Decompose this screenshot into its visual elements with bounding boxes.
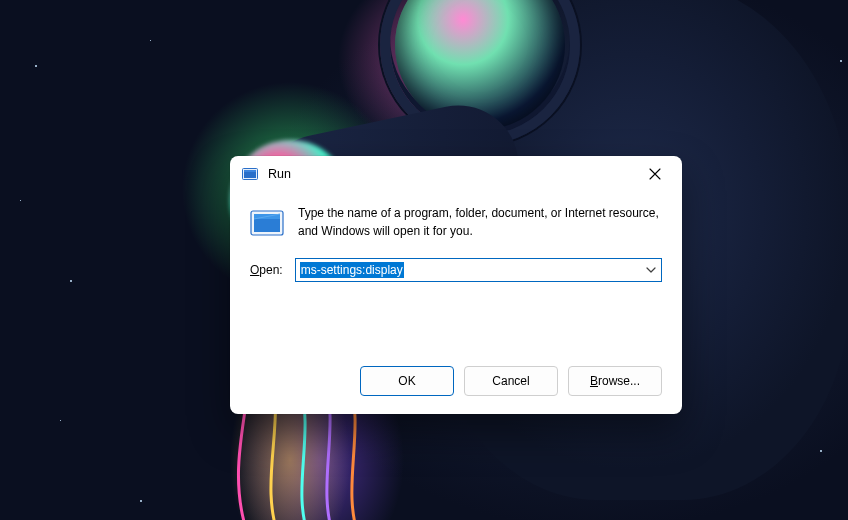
open-label: Open: (250, 263, 283, 277)
dialog-description: Type the name of a program, folder, docu… (298, 204, 662, 240)
svg-rect-2 (244, 170, 256, 172)
titlebar[interactable]: Run (230, 156, 682, 192)
desktop-wallpaper: Run Type the name of a program, folder, (0, 0, 848, 520)
cancel-button[interactable]: Cancel (464, 366, 558, 396)
open-input[interactable] (295, 258, 662, 282)
run-large-icon (250, 206, 284, 240)
run-icon (242, 166, 258, 182)
run-dialog: Run Type the name of a program, folder, (230, 156, 682, 414)
ok-button[interactable]: OK (360, 366, 454, 396)
browse-button[interactable]: Browse... (568, 366, 662, 396)
close-button[interactable] (632, 158, 678, 190)
close-icon (649, 168, 661, 180)
dialog-title: Run (268, 167, 291, 181)
open-combobox[interactable]: ms-settings:display (295, 258, 662, 282)
